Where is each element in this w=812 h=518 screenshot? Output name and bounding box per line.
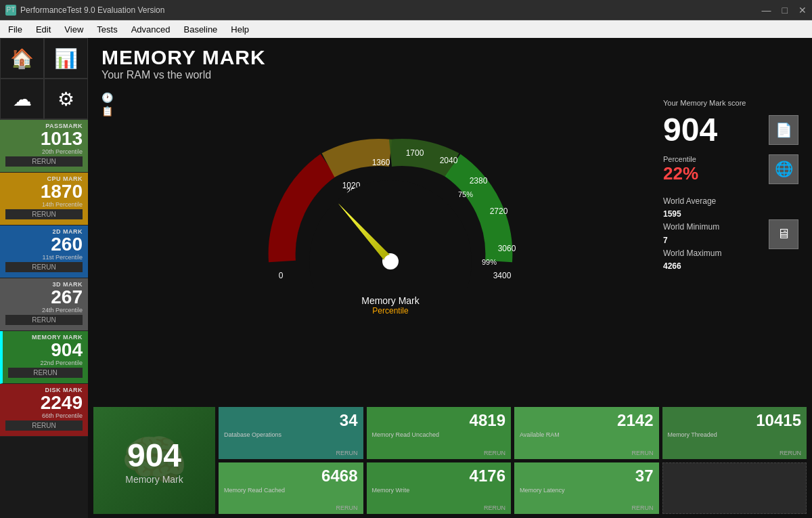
memmark-card[interactable]: MEMORY MARK 904 22nd Percentile RERUN xyxy=(0,331,88,384)
menu-edit[interactable]: Edit xyxy=(30,23,56,36)
svg-text:2380: 2380 xyxy=(470,176,488,186)
tile-database-rerun[interactable]: RERUN xyxy=(336,450,357,456)
cpumark-rerun[interactable]: RERUN xyxy=(5,209,83,219)
tile-memread-cached-rerun[interactable]: RERUN xyxy=(336,504,357,511)
svg-text:75%: 75% xyxy=(458,190,473,198)
cpumark-percentile: 14th Percentile xyxy=(5,201,83,208)
app-title: PerformanceTest 9.0 Evaluation Version xyxy=(20,5,164,15)
right-panel: Your Memory Mark score 904 📄 Percentile … xyxy=(663,85,798,403)
tile-database-value: 34 xyxy=(224,411,358,430)
titlebar: PT PerformanceTest 9.0 Evaluation Versio… xyxy=(0,0,812,20)
tile-mem-threaded-value: 10415 xyxy=(668,411,802,430)
settings-button[interactable]: ⚙ xyxy=(44,79,88,119)
svg-text:2040: 2040 xyxy=(440,156,458,165)
main-score-value: 904 xyxy=(663,114,763,146)
world-stats-icon[interactable]: 🖥 xyxy=(769,219,798,249)
tile-memwrite-rerun[interactable]: RERUN xyxy=(484,504,505,511)
diskmark-card[interactable]: DISK MARK 2249 66th Percentile RERUN xyxy=(0,384,88,437)
menubar: File Edit View Tests Advanced Baseline H… xyxy=(0,20,812,38)
tile-mem-write: 4176 Memory Write RERUN xyxy=(367,462,512,515)
diskmark-rerun[interactable]: RERUN xyxy=(5,420,83,431)
cloud-button[interactable]: ☁ xyxy=(0,79,44,119)
big-tile-label: Memory Mark xyxy=(125,474,183,485)
tile-memread-uncached-label: Memory Read Uncached xyxy=(372,431,506,438)
gauge-icon-2[interactable]: 📋 xyxy=(102,106,118,116)
percentile-label: Percentile xyxy=(663,155,763,163)
twodmark-card[interactable]: 2D MARK 260 11st Percentile RERUN xyxy=(0,225,88,278)
big-tile-score: 904 xyxy=(127,437,181,474)
svg-text:99%: 99% xyxy=(482,258,497,266)
menu-tests[interactable]: Tests xyxy=(91,23,122,36)
home-button[interactable]: 🏠 xyxy=(0,38,44,79)
window-controls[interactable]: — □ ✕ xyxy=(762,5,807,16)
nav-icons: 🏠 📊 ☁ ⚙ xyxy=(0,38,88,120)
gauge-icon-1[interactable]: 🕐 xyxy=(102,92,118,103)
threedmark-percentile: 24th Percentile xyxy=(5,307,83,314)
score-display: 904 📄 xyxy=(663,114,798,146)
settings-icon: ⚙ xyxy=(58,88,74,110)
memmark-value: 904 xyxy=(8,341,83,360)
sidebar: 🏠 📊 ☁ ⚙ PASSMARK 1013 20th Percentile RE… xyxy=(0,38,88,518)
svg-text:2720: 2720 xyxy=(490,207,508,216)
tile-mem-threaded-rerun[interactable]: RERUN xyxy=(780,450,801,456)
tile-mem-threaded-label: Memory Threaded xyxy=(668,431,802,438)
tile-mem-latency-label: Memory Latency xyxy=(520,487,654,494)
big-tile: 🧠 904 Memory Mark xyxy=(93,407,215,514)
chart-icon: 📊 xyxy=(54,47,78,70)
threedmark-rerun[interactable]: RERUN xyxy=(5,315,83,325)
twodmark-percentile: 11st Percentile xyxy=(5,254,83,261)
tile-memread-uncached-value: 4819 xyxy=(372,411,506,430)
tile-memwrite-value: 4176 xyxy=(372,467,506,485)
svg-text:0: 0 xyxy=(279,271,284,280)
menu-advanced[interactable]: Advanced xyxy=(126,23,176,36)
gauge-sub-label: Percentile xyxy=(361,306,420,316)
close-button[interactable]: ✕ xyxy=(798,5,807,16)
tile-database-ops: 34 Database Operations RERUN xyxy=(219,407,363,459)
menu-help[interactable]: Help xyxy=(225,23,254,36)
threedmark-value: 267 xyxy=(5,288,83,307)
tile-empty xyxy=(662,462,807,515)
twodmark-rerun[interactable]: RERUN xyxy=(5,262,83,272)
memmark-percentile: 22nd Percentile xyxy=(8,360,83,366)
world-max-label: World Maximum xyxy=(663,247,763,260)
menu-view[interactable]: View xyxy=(59,23,89,36)
cpumark-card[interactable]: CPU MARK 1870 14th Percentile RERUN xyxy=(0,173,88,225)
tile-avail-ram-value: 2142 xyxy=(520,411,654,430)
svg-text:3400: 3400 xyxy=(493,271,512,280)
chart-button[interactable]: 📊 xyxy=(44,38,88,79)
score-label: Your Memory Mark score xyxy=(663,99,798,107)
passmark-card[interactable]: PASSMARK 1013 20th Percentile RERUN xyxy=(0,120,88,173)
memmark-rerun[interactable]: RERUN xyxy=(8,368,83,378)
maximize-button[interactable]: □ xyxy=(782,5,788,16)
menu-file[interactable]: File xyxy=(3,23,28,36)
gauge-svg-wrapper: 0 340 680 1020 1360 1700 2040 xyxy=(221,85,560,302)
tile-mem-latency-value: 37 xyxy=(520,467,654,485)
page-subtitle: Your RAM vs the world xyxy=(102,69,798,81)
tile-avail-ram-label: Available RAM xyxy=(520,431,654,438)
bottom-tiles: 🧠 904 Memory Mark 34 Database Operations… xyxy=(88,403,812,518)
threedmark-card[interactable]: 3D MARK 267 24th Percentile RERUN xyxy=(0,278,88,331)
passmark-percentile: 20th Percentile xyxy=(5,148,83,155)
svg-text:3060: 3060 xyxy=(498,244,516,253)
gauge-side-icons: 🕐 📋 xyxy=(102,85,118,403)
cloud-icon: ☁ xyxy=(13,88,32,110)
svg-point-20 xyxy=(384,255,397,268)
tile-avail-ram-rerun[interactable]: RERUN xyxy=(631,450,653,456)
score-display-text: 904 xyxy=(663,114,763,146)
world-avg-label: World Average xyxy=(663,195,763,208)
passmark-rerun[interactable]: RERUN xyxy=(5,156,83,167)
menu-baseline[interactable]: Baseline xyxy=(178,23,223,36)
tile-memread-uncached-rerun[interactable]: RERUN xyxy=(484,450,505,456)
svg-point-16 xyxy=(309,180,472,288)
home-icon: 🏠 xyxy=(10,47,34,70)
content-header: MEMORY MARK Your RAM vs the world xyxy=(88,38,812,85)
tile-mem-threaded: 10415 Memory Threaded RERUN xyxy=(662,407,807,459)
tile-mem-latency-rerun[interactable]: RERUN xyxy=(631,504,653,511)
content-area: MEMORY MARK Your RAM vs the world 🕐 📋 xyxy=(88,38,812,518)
gauge-svg: 0 340 680 1020 1360 1700 2040 xyxy=(221,85,560,288)
percentile-display: Percentile 22% 🌐 xyxy=(663,154,798,184)
world-stats-text: World Average 1595 World Minimum 7 World… xyxy=(663,195,763,273)
percentile-icon[interactable]: 🌐 xyxy=(769,154,798,184)
score-icon[interactable]: 📄 xyxy=(769,115,798,145)
minimize-button[interactable]: — xyxy=(762,5,771,16)
